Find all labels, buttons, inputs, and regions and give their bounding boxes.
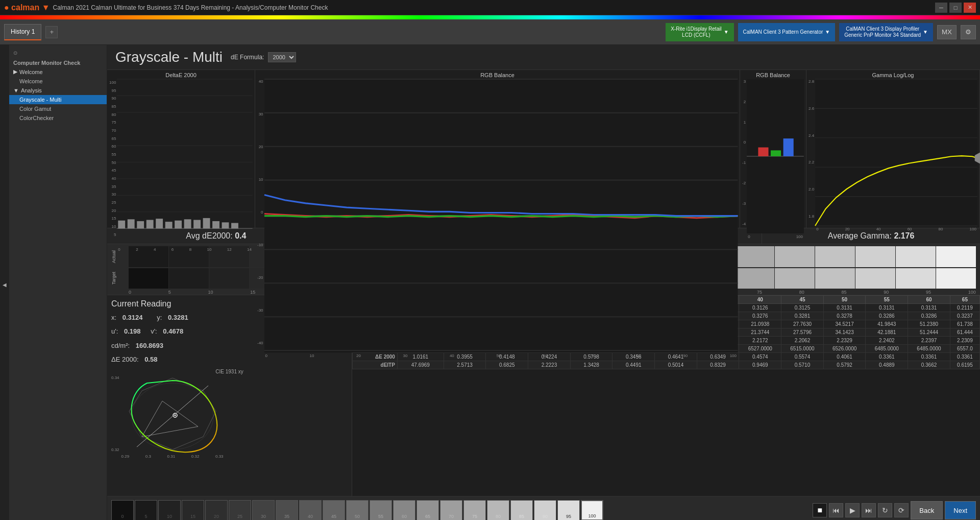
- actual-label: Actual: [111, 250, 127, 263]
- settings-button[interactable]: ⚙: [961, 25, 976, 39]
- skip-button[interactable]: ⏭: [862, 503, 876, 517]
- table-cell: 6515.0000: [781, 345, 824, 353]
- table-cell: 6526.0000: [823, 345, 866, 353]
- svg-rect-34: [758, 148, 769, 156]
- sidebar-group-analysis[interactable]: ▼ Analysis: [9, 86, 107, 95]
- close-button[interactable]: ✕: [964, 3, 976, 13]
- table-row: dEITP47.69692.57130.68252.22231.34280.44…: [353, 361, 980, 369]
- table-cell: 27.5796: [781, 328, 824, 337]
- svg-rect-36: [783, 138, 794, 156]
- loop-button[interactable]: ↻: [878, 503, 892, 517]
- rgb-balance-small-panel: RGB Balance 3 2 1 0 -1 -2 -3 -4: [740, 70, 806, 228]
- bottom-swatch-75[interactable]: 75: [463, 500, 486, 520]
- bottom-swatch-30[interactable]: 30: [252, 500, 275, 520]
- table-cell: 0.5574: [781, 353, 824, 361]
- bottom-swatch-10[interactable]: 10: [158, 500, 181, 520]
- table-cell: 0.4889: [866, 361, 908, 369]
- bottom-swatch-100[interactable]: 100: [581, 500, 603, 520]
- svg-rect-13: [156, 219, 163, 228]
- bottom-swatch-45[interactable]: 45: [323, 500, 345, 520]
- table-cell: 6485.0000: [866, 345, 908, 353]
- bottom-swatch-25[interactable]: 25: [229, 500, 251, 520]
- table-cell: 2.2397: [908, 337, 950, 345]
- table-cell: 0.8329: [697, 361, 739, 369]
- delta-chart-title: DeltaE 2000: [109, 72, 253, 78]
- device1-button[interactable]: X-Rite i1Display RetailLCD (CCFL) ▼: [666, 23, 733, 41]
- svg-rect-14: [165, 222, 173, 228]
- swatch-target-95: [896, 268, 936, 289]
- back-button[interactable]: Back: [911, 501, 943, 519]
- de-formula-label: dE Formula:: [231, 54, 264, 61]
- maximize-button[interactable]: □: [949, 3, 962, 13]
- next-button[interactable]: Next: [945, 501, 976, 519]
- sidebar: ⊙ Computer Monitor Check ▶ Welcome Welco…: [9, 45, 107, 520]
- bottom-swatch-85[interactable]: 85: [510, 500, 533, 520]
- bottom-swatch-0[interactable]: 0: [111, 500, 134, 520]
- cie-chart-svg: [121, 375, 224, 455]
- bottom-swatch-15[interactable]: 15: [182, 500, 204, 520]
- refresh-button[interactable]: ⟳: [894, 503, 909, 517]
- swatch-target-80: [775, 268, 815, 289]
- rgb-balance-svg: [264, 79, 738, 352]
- gamma-chart-panel: Gamma Log/Log 2.8 2.6 2.4 2.2 2.0 1.8: [806, 70, 980, 228]
- device1-label: X-Rite i1Display RetailLCD (CCFL): [671, 26, 721, 38]
- bottom-swatch-20[interactable]: 20: [205, 500, 228, 520]
- u-value: 0.198: [124, 327, 141, 335]
- svg-rect-16: [184, 219, 191, 228]
- table-cell: 0.3126: [739, 304, 781, 312]
- swatch-target-75: [734, 268, 774, 289]
- table-header-60: 60: [908, 296, 950, 304]
- history-tab[interactable]: History 1: [4, 24, 41, 40]
- avg-gamma-label: Average Gamma:: [828, 231, 892, 240]
- svg-rect-20: [222, 222, 229, 228]
- cd-label: cd/m²:: [111, 342, 130, 349]
- play-button[interactable]: ▶: [845, 503, 860, 517]
- bottom-swatch-40[interactable]: 40: [299, 500, 322, 520]
- sidebar-toggle-button[interactable]: ◀: [0, 45, 9, 520]
- table-cell: 0.6195: [950, 361, 979, 369]
- device2-dropdown-icon: ▼: [825, 29, 830, 35]
- device2-button[interactable]: CalMAN Client 3 Pattern Generator ▼: [738, 23, 836, 41]
- avg-gamma-value: 2.176: [894, 231, 914, 240]
- mx-button[interactable]: MX: [937, 25, 957, 39]
- stop-button[interactable]: ■: [813, 503, 827, 517]
- table-cell: 21.3744: [739, 328, 781, 337]
- bottom-swatch-5[interactable]: 5: [135, 500, 157, 520]
- main-area: ◀ ⊙ Computer Monitor Check ▶ Welcome Wel…: [0, 45, 980, 520]
- table-header-65: 65: [950, 296, 979, 304]
- rainbow-bar: [0, 15, 980, 19]
- rgb-balance-small-svg: [747, 79, 804, 233]
- sidebar-item-colorchecker[interactable]: ColorChecker: [9, 113, 107, 123]
- table-cell: 6485.0000: [908, 345, 950, 353]
- table-header-40: 40: [739, 296, 781, 304]
- bottom-swatch-55[interactable]: 55: [370, 500, 392, 520]
- sidebar-item-grayscale-multi[interactable]: Grayscale - Multi: [9, 95, 107, 104]
- svg-rect-37: [815, 79, 977, 226]
- sidebar-group-welcome[interactable]: ▶ Welcome: [9, 67, 107, 77]
- bottom-swatch-50[interactable]: 50: [346, 500, 369, 520]
- table-cell: 2.5713: [444, 361, 486, 369]
- rewind-button[interactable]: ⏮: [829, 503, 843, 517]
- bottom-swatch-90[interactable]: 90: [534, 500, 556, 520]
- bottom-swatch-80[interactable]: 80: [487, 500, 509, 520]
- y-label: y:: [157, 314, 162, 321]
- table-row-label: dEITP: [353, 361, 398, 369]
- bottom-swatch-70[interactable]: 70: [440, 500, 462, 520]
- bottom-swatch-60[interactable]: 60: [393, 500, 415, 520]
- sidebar-item-color-gamut[interactable]: Color Gamut: [9, 104, 107, 113]
- swatch-target-5: [169, 268, 209, 289]
- table-cell: 0.2119: [950, 304, 979, 312]
- table-cell: 61.738: [950, 320, 979, 328]
- x-value: 0.3124: [122, 314, 143, 321]
- bottom-swatch-95[interactable]: 95: [557, 500, 580, 520]
- bottom-swatch-65[interactable]: 65: [416, 500, 439, 520]
- sidebar-item-welcome[interactable]: Welcome: [9, 77, 107, 86]
- add-tab-button[interactable]: +: [45, 26, 58, 38]
- table-cell: 0.3281: [781, 312, 824, 320]
- svg-rect-17: [194, 220, 201, 229]
- device3-button[interactable]: CalMAN Client 3 Display ProfilerGeneric …: [839, 23, 933, 41]
- bottom-swatch-35[interactable]: 35: [276, 500, 298, 520]
- de-formula-container: dE Formula: 2000 1976 ITP: [231, 50, 296, 64]
- minimize-button[interactable]: ─: [935, 3, 947, 13]
- de-formula-select[interactable]: 2000 1976 ITP: [268, 52, 296, 62]
